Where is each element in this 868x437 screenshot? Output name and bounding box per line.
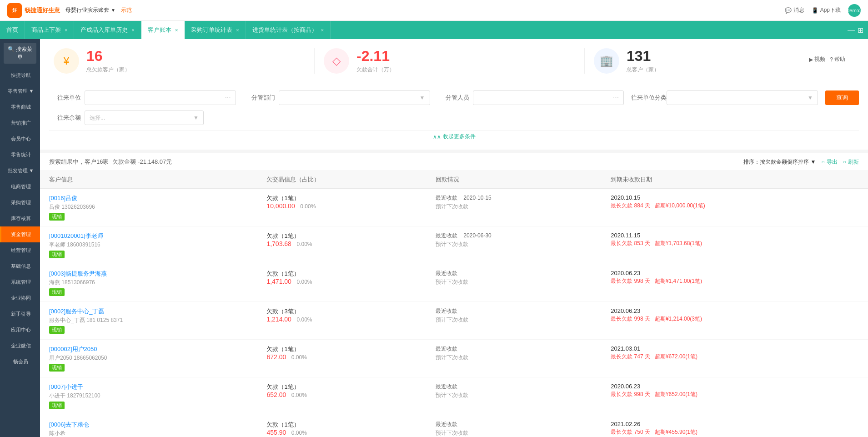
stat-info-debt-customers: 16 总欠款客户（家） [86,48,305,74]
user-profile[interactable]: demo2 [848,4,861,17]
tab-inbound-stats-label: 进货单统计表（按商品） [252,26,317,34]
customer-name-c4[interactable]: [0002]服务中心_丁磊 [49,307,248,316]
overdue-link-c6[interactable]: 超期¥652.00(1笔) [655,391,697,397]
sidebar-business-label: 经营管理 [5,247,36,254]
search-result-text: 搜索结果中，客户16家 [49,158,109,166]
sidebar-item-finance[interactable]: 资金管理 [0,226,40,242]
close-icon[interactable]: × [175,27,178,33]
tab-products[interactable]: 商品上下架 × [25,21,74,39]
cell-customer-c7: [0006]去下粮仓 陈小希 现销 [40,415,257,437]
tab-production[interactable]: 产成品入库单历史 × [74,21,141,39]
sidebar-new-guide-label: 新手引导 [5,311,36,317]
sidebar-item-purchase[interactable]: 采购管理 [0,195,40,211]
debt-amount-row-c4: 1,214.00 0.00% [266,316,417,323]
video-label: 视频 [814,55,825,63]
sidebar-item-member-pro[interactable]: 畅会员 [0,354,40,370]
ellipsis-icon: ··· [613,94,619,102]
sort-chevron-icon: ▼ [811,159,816,165]
overdue-link-c4[interactable]: 超期¥1,214.00(3笔) [655,316,702,322]
cell-due-c6: 2020.06.23 最长欠款 998 天 超期¥652.00(1笔) [602,377,868,415]
dept-input[interactable]: ▼ [279,90,430,105]
tab-purchase-stats[interactable]: 采购订单统计表 × [185,21,246,39]
debt-pct-c6: 0.00% [291,392,307,398]
overdue-days-c7: 最长欠款 750 天 [611,429,650,435]
customer-name-c1[interactable]: [0016]吕俊 [49,194,248,202]
sidebar-item-inventory[interactable]: 库存核算 [0,211,40,226]
sidebar-item-ecommerce[interactable]: 电商管理 [0,179,40,195]
balance-value: 选择... [90,114,105,122]
nav-minimize-icon[interactable]: — [848,26,855,34]
customer-name-c5[interactable]: [000002]用户2050 [49,345,248,353]
sidebar-item-quick-nav[interactable]: 快捷导航 [0,67,40,83]
app-download-button[interactable]: 📱 App下载 [812,6,841,14]
expand-link[interactable]: 示范 [121,6,132,14]
sidebar-item-new-guide[interactable]: 新手引导 [0,306,40,322]
stat-icon-debt-total: ◇ [324,48,349,74]
customer-name-c3[interactable]: [0003]畅捷服务尹海燕 [49,270,248,278]
overdue-link-c7[interactable]: 超期¥455.90(1笔) [655,429,697,435]
tab-home[interactable]: 首页 [0,21,25,39]
col-customer-info: 客户信息 [40,171,257,189]
cell-collection-c3: 最近收款 预计下次收款 [426,264,602,302]
search-menu-button[interactable]: 🔍 搜索菜单 [4,43,36,64]
overdue-detail-c1: 最长欠款 884 天 超期¥10,000.00(1笔) [611,202,859,210]
sidebar-item-business[interactable]: 经营管理 [0,242,40,258]
sidebar-item-retail-mall[interactable]: 零售商城 [0,99,40,115]
cell-customer-c5: [000002]用户2050 用户2050 18665062050 现销 [40,340,257,377]
video-button[interactable]: ▶ 视频 [809,55,825,63]
filter-row-2: 往来余额 选择... ▼ [49,111,859,125]
next-payment-c1: 预计下次收款 [436,203,592,211]
cell-debt-c2: 欠款（1笔） 1,703.68 0.00% [257,226,426,264]
close-icon[interactable]: × [65,27,67,33]
overdue-link-c2[interactable]: 超期¥1,703.68(1笔) [655,240,702,246]
overdue-link-c3[interactable]: 超期¥1,471.00(1笔) [655,278,702,284]
overdue-link-c1[interactable]: 超期¥10,000.00(1笔) [655,202,705,209]
tab-customer-ledger[interactable]: 客户账本 × [141,21,185,39]
next-payment-c5: 预计下次收款 [436,354,592,362]
close-icon[interactable]: × [321,27,324,33]
sort-selector[interactable]: 排序：按欠款金额倒序排序 ▼ [743,158,816,166]
close-icon[interactable]: × [131,27,134,33]
sidebar-item-member-center[interactable]: 会员中心 [0,131,40,147]
sidebar-item-wechat[interactable]: 企业微信 [0,338,40,354]
stat-actions: ▶ 视频 ? 帮助 [809,54,845,63]
nav-maximize-icon[interactable]: ⊞ [858,26,863,35]
sidebar-item-enterprise[interactable]: 企业协同 [0,290,40,306]
customer-phone-c1: 吕俊 13026203696 [49,203,248,211]
sidebar-item-system[interactable]: 系统管理 [0,274,40,290]
message-button[interactable]: 💬 消息 [785,6,804,14]
debt-count-c4: 欠款（3笔） [266,307,417,316]
balance-input[interactable]: 选择... ▼ [85,111,204,125]
close-icon[interactable]: × [236,27,239,33]
tab-inbound-stats[interactable]: 进货单统计表（按商品） × [246,21,331,39]
search-button[interactable]: 查询 [825,90,859,105]
sidebar-item-app-center[interactable]: 应用中心 [0,322,40,338]
sidebar-item-retail-stats[interactable]: 零售统计 [0,147,40,163]
filter-toggle[interactable]: ∧∧ 收起更多条件 [49,131,859,142]
cell-due-c5: 2021.03.01 最长欠款 747 天 超期¥672.00(1笔) [602,340,868,377]
filter-from-unit: 往来单位 ··· [49,90,236,105]
overdue-detail-c2: 最长欠款 853 天 超期¥1,703.68(1笔) [611,240,859,247]
debt-amount-row-c1: 10,000.00 0.00% [266,202,417,210]
cell-debt-c5: 欠款（1笔） 672.00 0.00% [257,340,426,377]
sidebar-item-basic-info[interactable]: 基础信息 [0,258,40,274]
debt-count-c2: 欠款（1笔） [266,232,417,240]
debt-pct-c4: 0.00% [297,316,312,323]
message-icon: 💬 [785,7,792,14]
store-selector[interactable]: 母婴行业演示账套 ▼ [65,6,115,14]
sidebar-item-marketing[interactable]: 营销推广 [0,115,40,131]
export-button[interactable]: ○ 导出 [822,158,838,166]
from-unit-input[interactable]: ··· [85,90,236,105]
cell-due-c2: 2020.11.15 最长欠款 853 天 超期¥1,703.68(1笔) [602,226,868,264]
customer-name-c7[interactable]: [0006]去下粮仓 [49,421,248,429]
sidebar-item-retail-mgmt[interactable]: 零售管理 ▼ [0,83,40,99]
stat-icon-total-customers: 🏢 [594,48,619,74]
unit-category-input[interactable]: ▼ [667,90,818,105]
refresh-button[interactable]: ○ 刷新 [843,158,859,166]
customer-name-c2[interactable]: [0001020001]李老师 [49,232,248,240]
person-input[interactable]: ··· [473,90,624,105]
sidebar-item-batch-mgmt[interactable]: 批发管理 ▼ [0,163,40,179]
customer-name-c6[interactable]: [0007]小进干 [49,383,248,391]
overdue-link-c5[interactable]: 超期¥672.00(1笔) [655,353,697,360]
help-button[interactable]: ? 帮助 [830,55,845,63]
